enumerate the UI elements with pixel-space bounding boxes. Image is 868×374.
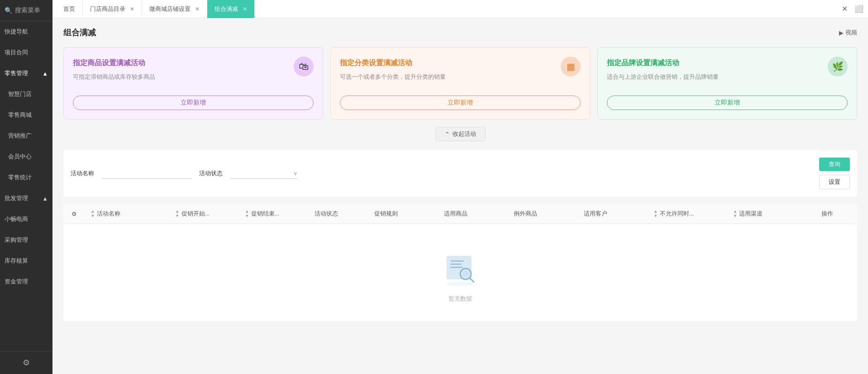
th-end[interactable]: ▲▼ 促销结束... — [239, 209, 309, 218]
filter-status-select[interactable]: ∨ — [230, 168, 298, 179]
sidebar-item-purchase[interactable]: 采购管理 — [0, 230, 52, 250]
filter-status-label: 活动状态 — [199, 169, 223, 177]
page-header: 组合满减 ▶ 视频 — [63, 27, 857, 38]
main-content: 首页 门店商品目录 ✕ 微商城店铺设置 ✕ 组合满减 ✕ ✕ ⬜ 组合满减 ▶ … — [52, 0, 868, 374]
sidebar-search[interactable]: 🔍 搜索菜单 — [0, 0, 52, 21]
card-brand-desc: 适合与上游企业联合做营销，提升品牌销量 — [607, 72, 848, 88]
sidebar-item-retail-stats[interactable]: 零售统计 — [0, 167, 52, 188]
data-table: ⚙ ▲▼ 活动名称 ▲▼ 促销开始... ▲▼ 促销结束... 活动状态 — [63, 204, 857, 321]
sort-icon: ▲▼ — [245, 209, 249, 218]
sort-icon: ▲▼ — [733, 209, 738, 218]
tab-store-catalog-label: 门店商品目录 — [90, 5, 125, 13]
play-icon: ▶ — [839, 29, 844, 36]
svg-rect-4 — [450, 264, 461, 265]
th-channel[interactable]: ▲▼ 适用渠道 — [728, 209, 797, 218]
page-title: 组合满减 — [63, 27, 96, 38]
settings-icon[interactable]: ⚙ — [23, 358, 30, 368]
video-link[interactable]: ▶ 视频 — [839, 29, 857, 37]
card-product-icon: 🛍 — [294, 57, 314, 77]
chevron-down-icon: ▲ — [42, 195, 48, 202]
search-icon: 🔍 — [5, 7, 12, 14]
tab-store-catalog-close[interactable]: ✕ — [130, 6, 134, 12]
th-name[interactable]: ▲▼ 活动名称 — [85, 209, 170, 218]
query-button[interactable]: 查询 — [819, 158, 850, 171]
table-header: ⚙ ▲▼ 活动名称 ▲▼ 促销开始... ▲▼ 促销结束... 活动状态 — [63, 204, 857, 224]
svg-point-8 — [463, 271, 469, 277]
window-close-button[interactable]: ✕ — [839, 4, 850, 14]
card-product-title: 指定商品设置满减活动 — [73, 58, 314, 68]
collapse-label: 收起活动 — [453, 130, 476, 138]
sidebar-item-retail-mgmt[interactable]: 零售管理 ▲ — [0, 63, 52, 84]
empty-illustration — [438, 251, 483, 288]
filter-name-input[interactable] — [101, 168, 192, 179]
th-customer: 适用客户 — [578, 210, 648, 218]
tab-bar-actions: ✕ ⬜ — [839, 4, 864, 14]
card-product-add-button[interactable]: 立即新增 — [73, 96, 314, 110]
th-gear[interactable]: ⚙ — [63, 211, 85, 217]
svg-rect-5 — [450, 267, 463, 268]
th-action: 操作 — [797, 210, 857, 218]
card-category-desc: 可选一个或者多个分类，提升分类的销量 — [340, 72, 581, 88]
card-category-add-button[interactable]: 立即新增 — [340, 96, 581, 110]
activity-cards: 指定商品设置满减活动 🛍 可指定滞销商品或库存较多商品 立即新增 指定分类设置满… — [63, 47, 857, 120]
empty-text: 暂无数据 — [448, 295, 472, 303]
card-category-title: 指定分类设置满减活动 — [340, 58, 581, 68]
collapse-button[interactable]: ⌃ 收起活动 — [435, 127, 486, 141]
filter-name-label: 活动名称 — [71, 169, 94, 177]
svg-point-0 — [447, 282, 474, 286]
page-content: 组合满减 ▶ 视频 指定商品设置满减活动 🛍 可指定滞销商品或库存较多商品 立即… — [52, 18, 868, 374]
sidebar-item-project[interactable]: 项目合同 — [0, 42, 52, 63]
card-product-desc: 可指定滞销商品或库存较多商品 — [73, 72, 314, 88]
sidebar-item-wholesale[interactable]: 批发管理 ▲ — [0, 188, 52, 209]
sidebar-item-ecommerce[interactable]: 小畅电商 — [0, 209, 52, 230]
th-notallow[interactable]: ▲▼ 不允许同时... — [648, 209, 728, 218]
sidebar-item-smart-store[interactable]: 智慧门店 — [0, 84, 52, 105]
card-brand-title: 指定品牌设置满减活动 — [607, 58, 848, 68]
sort-icon: ▲▼ — [91, 209, 95, 218]
chevron-up-icon: ▲ — [42, 70, 48, 77]
tab-wechat-settings-close[interactable]: ✕ — [195, 6, 200, 12]
sidebar-item-marketing[interactable]: 营销推广 — [0, 125, 52, 146]
card-category: 指定分类设置满减活动 ▦ 可选一个或者多个分类，提升分类的销量 立即新增 — [330, 47, 590, 120]
column-gear-icon: ⚙ — [72, 211, 77, 217]
sidebar: 🔍 搜索菜单 快捷导航 项目合同 零售管理 ▲ 智慧门店 零售商城 营销推广 会… — [0, 0, 52, 374]
sidebar-search-label: 搜索菜单 — [15, 6, 40, 14]
window-maximize-button[interactable]: ⬜ — [854, 4, 864, 14]
sidebar-item-member[interactable]: 会员中心 — [0, 146, 52, 167]
filter-row: 活动名称 活动状态 ∨ 查询 设置 — [63, 150, 857, 197]
svg-line-7 — [470, 278, 474, 282]
tab-home[interactable]: 首页 — [56, 0, 83, 18]
tab-home-label: 首页 — [63, 5, 75, 13]
empty-state: 暂无数据 — [63, 224, 857, 321]
card-brand-add-button[interactable]: 立即新增 — [607, 96, 848, 110]
th-goods: 适用商品 — [439, 210, 508, 218]
sidebar-bottom: ⚙ — [0, 351, 52, 374]
tab-wechat-settings[interactable]: 微商城店铺设置 ✕ — [142, 0, 207, 18]
th-status: 活动状态 — [309, 210, 369, 218]
card-brand-icon: 🌿 — [828, 57, 848, 77]
chevron-down-icon: ∨ — [293, 170, 298, 177]
sidebar-item-inventory[interactable]: 库存核算 — [0, 250, 52, 271]
video-label: 视频 — [845, 29, 857, 37]
setting-button[interactable]: 设置 — [819, 175, 850, 189]
sort-icon: ▲▼ — [653, 209, 658, 218]
th-rule: 促销规则 — [369, 210, 439, 218]
tab-combo-discount-close[interactable]: ✕ — [243, 6, 247, 12]
tab-bar: 首页 门店商品目录 ✕ 微商城店铺设置 ✕ 组合满减 ✕ ✕ ⬜ — [52, 0, 868, 18]
sort-icon: ▲▼ — [175, 209, 180, 218]
tab-store-catalog[interactable]: 门店商品目录 ✕ — [83, 0, 142, 18]
th-start[interactable]: ▲▼ 促销开始... — [170, 209, 239, 218]
tab-wechat-settings-label: 微商城店铺设置 — [149, 5, 191, 13]
svg-rect-3 — [450, 260, 464, 262]
filter-actions: 查询 设置 — [819, 158, 850, 189]
tab-combo-discount-label: 组合满减 — [215, 5, 238, 13]
collapse-icon: ⌃ — [445, 131, 450, 138]
sidebar-item-retail-mall[interactable]: 零售商城 — [0, 105, 52, 125]
sidebar-item-shortcuts[interactable]: 快捷导航 — [0, 21, 52, 42]
tab-combo-discount[interactable]: 组合满减 ✕ — [207, 0, 255, 18]
card-category-icon: ▦ — [561, 57, 581, 77]
sidebar-item-finance[interactable]: 资金管理 — [0, 271, 52, 292]
card-product: 指定商品设置满减活动 🛍 可指定滞销商品或库存较多商品 立即新增 — [63, 47, 323, 120]
th-except: 例外商品 — [508, 210, 578, 218]
collapse-bar: ⌃ 收起活动 — [63, 127, 857, 141]
